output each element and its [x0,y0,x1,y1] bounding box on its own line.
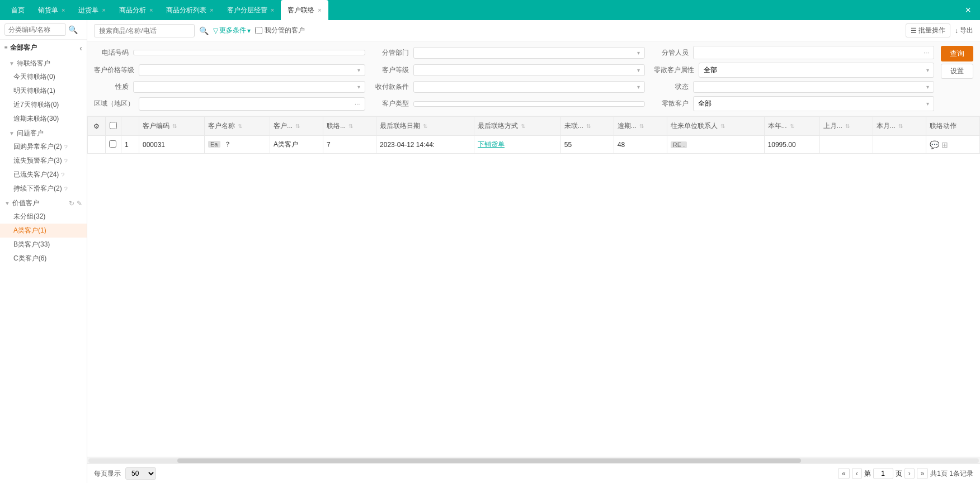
export-btn[interactable]: ↓ 导出 [955,26,973,35]
filter-input-retail-attr[interactable]: 全部 ▾ [699,63,934,78]
chat-icon[interactable]: 💬 [930,140,939,149]
sort-this-year-icon[interactable]: ⇅ [790,123,794,129]
problem-customers-section[interactable]: ▼ 问题客户 [0,126,87,140]
th-no-contact[interactable]: 未联... ⇅ [560,117,614,136]
sidebar-item-7days[interactable]: 近7天待联络(0) [0,98,87,112]
close-analysis-tab[interactable]: × [149,7,153,13]
th-last-method[interactable]: 最后联络方式 ⇅ [474,117,560,136]
help-icon-declining: ? [64,186,68,192]
qr-icon[interactable]: ⊞ [941,140,948,149]
row-checkbox[interactable] [109,140,116,148]
th-type[interactable]: 客户... ⇅ [270,117,323,136]
close-analysis-list-tab[interactable]: × [210,7,213,13]
sidebar-search-input[interactable] [4,23,66,36]
last-method-link[interactable]: 下销货单 [478,140,505,148]
sort-no-contact-icon[interactable]: ⇅ [586,123,591,129]
batch-op-btn[interactable]: ☰ 批量操作 [906,23,950,37]
sidebar-item-repurchase-abnormal[interactable]: 回购异常客户(2) ? [0,140,87,154]
th-checkbox[interactable] [106,117,121,136]
sidebar-item-overdue[interactable]: 逾期未联络(30) [0,112,87,126]
sidebar-item-declining[interactable]: 持续下滑客户(2) ? [0,182,87,196]
close-customer-tier-tab[interactable]: × [271,7,274,13]
my-customers-filter[interactable]: 我分管的客户 [255,26,305,35]
filter-input-price-level[interactable]: ▾ [139,64,365,76]
refresh-icon[interactable]: ↻ [69,200,74,207]
nav-tab-home[interactable]: 首页 [4,0,31,20]
filter-input-dept[interactable]: ▾ [413,47,646,59]
sidebar-search-icon[interactable]: 🔍 [68,25,78,34]
filter-input-phone[interactable] [133,50,365,55]
sidebar-item-churn-warning[interactable]: 流失预警客户(3) ? [0,154,87,168]
sort-company-contact-icon[interactable]: ⇅ [720,123,725,129]
value-customers-section[interactable]: ▼ 价值客户 ↻ ✎ [0,196,87,210]
more-filters-btn[interactable]: ▽ 更多条件 ▾ [213,26,251,35]
sort-name-icon[interactable]: ⇅ [238,123,242,129]
query-button[interactable]: 查询 [941,46,973,61]
sidebar-item-today[interactable]: 今天待联络(0) [0,70,87,84]
my-customers-checkbox[interactable] [255,27,262,34]
close-purchase-tab[interactable]: × [102,7,105,13]
pending-contact-section[interactable]: ▼ 待联络客户 [0,56,87,70]
first-page-btn[interactable]: « [838,468,850,479]
nav-tab-purchase[interactable]: 进货单 × [72,0,112,20]
close-sales-tab[interactable]: × [62,7,65,13]
filter-input-payment[interactable]: ▾ [413,81,646,93]
prev-page-btn[interactable]: ‹ [852,468,862,479]
page-num-input[interactable] [873,468,893,479]
scrollbar-track[interactable] [88,458,979,463]
th-last-month[interactable]: 上月... ⇅ [819,117,873,136]
sidebar-fold-btn[interactable]: ‹ [79,44,82,53]
sort-last-date-icon[interactable]: ⇅ [423,123,427,129]
th-contact[interactable]: 联络... ⇅ [323,117,376,136]
sort-type-icon[interactable]: ⇅ [295,123,300,129]
sidebar-item-a-class[interactable]: A类客户(1) [0,224,87,238]
nav-tab-analysis-list[interactable]: 商品分析列表 × [159,0,220,20]
page-size-select[interactable]: 50 100 200 [125,467,156,480]
filter-label-price-level: 客户价格等级 [94,65,139,75]
sidebar-item-ungroup[interactable]: 未分组(32) [0,210,87,224]
settings-button[interactable]: 设置 [941,64,973,79]
filter-input-region[interactable]: ··· [139,97,365,111]
edit-icon[interactable]: ✎ [77,200,82,207]
th-name[interactable]: 客户名称 ⇅ [205,117,270,136]
nav-tab-customer-tier[interactable]: 客户分层经营 × [220,0,281,20]
filter-input-customer-type[interactable] [413,101,646,107]
th-code[interactable]: 客户编码 ⇅ [139,117,205,136]
sort-this-month-icon[interactable]: ⇅ [898,123,903,129]
th-overdue[interactable]: 逾期... ⇅ [614,117,667,136]
td-last-method[interactable]: 下销货单 [474,136,560,154]
filter-input-customer-level[interactable]: ▾ [413,64,646,76]
sidebar-item-c-class[interactable]: C类客户(6) [0,252,87,266]
sort-last-month-icon[interactable]: ⇅ [845,123,850,129]
next-page-btn[interactable]: › [904,468,915,479]
th-this-year[interactable]: 本年... ⇅ [764,117,819,136]
nav-tab-sales[interactable]: 销货单 × [31,0,72,20]
filter-input-retail[interactable]: 全部 ▾ [693,96,934,111]
scrollbar-thumb[interactable] [177,458,800,463]
td-checkbox[interactable] [106,136,121,154]
sidebar-item-b-class[interactable]: B类客户(33) [0,238,87,252]
th-last-date[interactable]: 最后联络日期 ⇅ [376,117,474,136]
close-all-btn[interactable]: × [960,4,976,16]
sidebar-item-tomorrow[interactable]: 明天待联络(1) [0,84,87,98]
sort-contact-icon[interactable]: ⇅ [348,123,353,129]
main-search-input[interactable] [94,24,195,37]
th-gear[interactable]: ⚙ [88,117,106,136]
filter-input-person[interactable]: ··· [693,46,934,59]
th-this-month[interactable]: 本月... ⇅ [873,117,926,136]
last-page-btn[interactable]: » [917,468,929,479]
sort-code-icon[interactable]: ⇅ [172,123,177,129]
sort-overdue-icon[interactable]: ⇅ [639,123,644,129]
nav-tab-analysis[interactable]: 商品分析 × [112,0,159,20]
all-customers-header[interactable]: ≡ 全部客户 ‹ [0,40,87,56]
select-all-checkbox[interactable] [110,122,117,129]
sort-last-method-icon[interactable]: ⇅ [521,123,525,129]
filter-input-status[interactable]: ▾ [693,81,934,93]
horizontal-scrollbar[interactable] [87,457,980,463]
filter-input-nature[interactable]: ▾ [133,81,365,93]
th-company-contact[interactable]: 往来单位联系人 ⇅ [667,117,764,136]
sidebar-item-lost[interactable]: 已流失客户(24) ? [0,168,87,182]
close-customer-contact-tab[interactable]: × [318,7,321,13]
main-search-icon[interactable]: 🔍 [199,26,209,35]
nav-tab-customer-contact[interactable]: 客户联络 × [281,0,328,20]
